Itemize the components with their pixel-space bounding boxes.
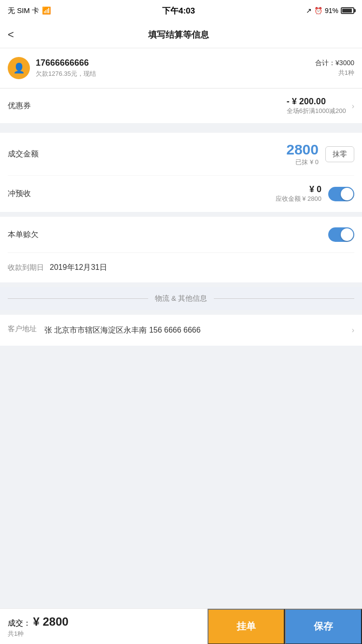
no-sim-text: 无 SIM 卡	[8, 6, 39, 15]
amount-section: 成交金额 2800 已抹 ¥ 0 抹零 冲预收 ¥ 0 应收金额 ¥ 2800	[0, 133, 362, 212]
battery-icon	[341, 7, 354, 14]
bottom-bar: 成交： ¥ 2800 共1种 挂单 保存	[0, 608, 362, 644]
status-right: ↗ ⏰ 91%	[306, 7, 354, 14]
coupon-label: 优惠券	[8, 101, 31, 111]
back-button[interactable]: <	[8, 25, 20, 45]
pardon-toggle[interactable]	[328, 227, 354, 242]
customer-info: 17666666666 欠款1276.35元，现结	[36, 58, 96, 78]
amount-right: 2800 已抹 ¥ 0 抹零	[286, 141, 354, 167]
customer-phone: 17666666666	[36, 58, 96, 68]
coupon-row[interactable]: 优惠券 - ¥ 200.00 全场6折满1000减200 ›	[0, 88, 362, 123]
total-label: 合计：¥3000	[315, 59, 354, 68]
pardon-label: 本单赊欠	[8, 230, 39, 240]
duedate-value: 2019年12月31日	[50, 263, 107, 273]
customer-sub-text: 欠款1276.35元，现结	[36, 70, 96, 78]
section-divider-1	[0, 128, 362, 133]
pardon-row: 本单赊欠	[0, 217, 362, 252]
address-chevron-icon: ›	[352, 326, 354, 335]
duedate-section: 收款到期日 2019年12月31日	[0, 252, 362, 282]
bottom-summary: 成交： ¥ 2800 共1种	[0, 615, 208, 638]
wifi-icon: 📶	[42, 6, 51, 15]
toggle-knob	[341, 188, 353, 200]
amount-value: 2800	[286, 141, 319, 157]
section-divider-4	[0, 310, 362, 315]
prepay-label: 冲预收	[8, 189, 31, 199]
logistics-divider: 物流 & 其他信息	[0, 287, 362, 310]
avatar-icon: 👤	[13, 62, 25, 74]
address-row[interactable]: 客户地址 张 北京市市辖区海淀区永丰南 156 6666 6666 ›	[0, 315, 362, 346]
coupon-discount: - ¥ 200.00	[287, 97, 346, 107]
coupon-desc: 全场6折满1000减200	[287, 107, 346, 115]
status-bar: 无 SIM 卡 📶 下午4:03 ↗ ⏰ 91%	[0, 0, 362, 21]
logistics-text: 物流 & 其他信息	[155, 294, 207, 303]
round-button[interactable]: 抹零	[325, 146, 354, 162]
duedate-row: 收款到期日 2019年12月31日	[8, 252, 354, 282]
coupon-chevron-icon: ›	[352, 102, 354, 111]
prepay-sub: 应收金额 ¥ 2800	[276, 195, 321, 203]
gray-area	[0, 346, 362, 452]
customer-right: 合计：¥3000 共1种	[315, 59, 354, 77]
logistics-line-left	[8, 298, 148, 299]
customer-card: 👤 17666666666 欠款1276.35元，现结 合计：¥3000 共1种…	[0, 48, 362, 123]
bottom-summary-top: 成交： ¥ 2800	[8, 615, 200, 629]
status-left: 无 SIM 卡 📶	[8, 6, 51, 15]
amount-row: 成交金额 2800 已抹 ¥ 0 抹零	[8, 133, 354, 176]
prepay-row: 冲预收 ¥ 0 应收金额 ¥ 2800	[8, 176, 354, 212]
address-label: 客户地址	[8, 324, 37, 334]
amount-sub: 已抹 ¥ 0	[286, 158, 319, 167]
logistics-line-right	[214, 298, 354, 299]
location-icon: ↗	[306, 7, 312, 14]
section-divider-3	[0, 282, 362, 287]
page-title: 填写结算等信息	[20, 29, 338, 41]
coupon-right: - ¥ 200.00 全场6折满1000减200 ›	[287, 97, 354, 115]
bottom-summary-prefix: 成交：	[8, 619, 31, 627]
address-section: 客户地址 张 北京市市辖区海淀区永丰南 156 6666 6666 ›	[0, 315, 362, 346]
avatar: 👤	[8, 57, 30, 79]
alarm-icon: ⏰	[314, 7, 322, 14]
pardon-toggle-knob	[341, 228, 353, 241]
prepay-value: ¥ 0	[276, 184, 321, 195]
pending-button[interactable]: 挂单	[208, 609, 285, 644]
prepay-toggle[interactable]	[328, 187, 354, 201]
total-count: 共1种	[315, 69, 354, 77]
amount-label: 成交金额	[8, 149, 39, 159]
address-value: 张 北京市市辖区海淀区永丰南 156 6666 6666	[44, 324, 348, 336]
customer-left: 👤 17666666666 欠款1276.35元，现结	[8, 57, 96, 79]
bottom-summary-amount: ¥ 2800	[33, 615, 68, 628]
section-divider-2	[0, 212, 362, 217]
duedate-label: 收款到期日	[8, 263, 44, 272]
nav-bar: < 填写结算等信息	[0, 21, 362, 48]
save-button[interactable]: 保存	[285, 609, 362, 644]
bottom-spacer	[0, 452, 362, 488]
prepay-info: ¥ 0 应收金额 ¥ 2800	[276, 184, 321, 203]
bottom-summary-count: 共1种	[8, 630, 200, 638]
status-time: 下午4:03	[162, 5, 195, 16]
battery-percent: 91%	[325, 7, 338, 14]
